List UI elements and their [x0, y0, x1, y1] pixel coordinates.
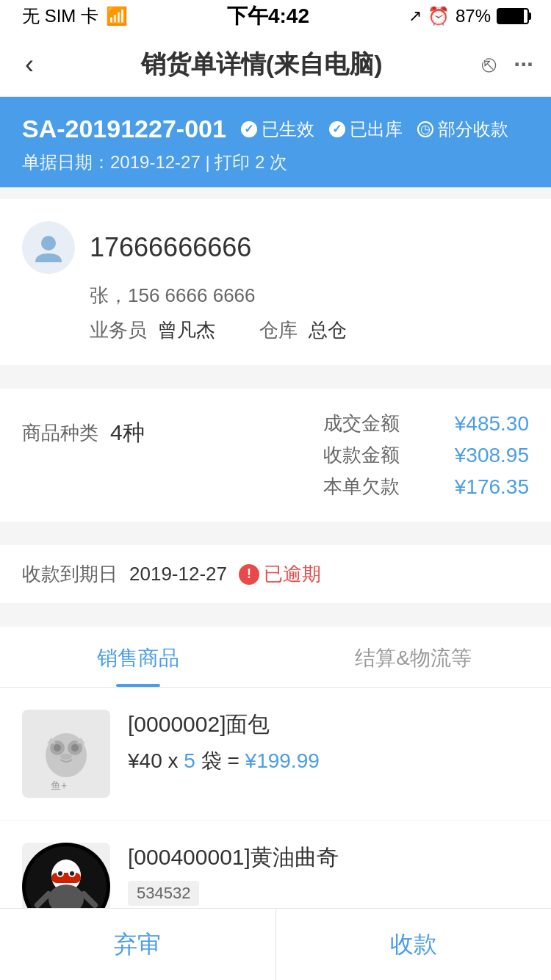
- warehouse-label: 仓库: [259, 319, 298, 341]
- alarm-icon: ⏰: [428, 6, 450, 26]
- separator2: [0, 377, 551, 389]
- amount-row-total: 成交金额 ¥485.30: [323, 411, 529, 436]
- svg-point-6: [71, 744, 79, 752]
- status-right: ↗ ⏰ 87%: [408, 6, 529, 26]
- salesperson-label: 业务员: [90, 319, 147, 341]
- more-button[interactable]: ···: [514, 51, 533, 78]
- category-info: 商品种类 4种: [22, 411, 145, 448]
- due-date-value: 2019-12-27: [129, 563, 227, 586]
- tab-sales-products[interactable]: 销售商品: [0, 627, 276, 687]
- overdue-icon: !: [239, 564, 259, 585]
- product-price-1: ¥40 x 5 袋 = ¥199.99: [128, 747, 529, 775]
- salesperson-value: 曾凡杰: [158, 319, 215, 341]
- product-qty-1: 5: [184, 749, 195, 772]
- svg-point-16: [58, 871, 62, 876]
- svg-rect-13: [51, 873, 81, 883]
- nav-icon: ↗: [408, 7, 422, 26]
- due-date-row: 收款到期日 2019-12-27 ! 已逾期: [0, 545, 551, 603]
- product-name-1: [0000002]面包: [128, 710, 529, 740]
- nav-right-actions: ⎋ ···: [482, 51, 533, 78]
- summary-card: 商品种类 4种 成交金额 ¥485.30 收款金额 ¥308.95 本单欠款 ¥…: [0, 389, 551, 522]
- svg-text:鱼+: 鱼+: [51, 779, 67, 791]
- wifi-icon: 📶: [106, 6, 128, 26]
- bottom-bar: 弃审 收款: [0, 908, 551, 980]
- overdue-badge: ! 已逾期: [239, 561, 321, 587]
- product-name-2: [000400001]黄油曲奇: [128, 843, 529, 873]
- badge-shipped: ✓ 已出库: [329, 118, 403, 141]
- category-value: 4种: [110, 418, 145, 448]
- order-id: SA-20191227-001: [22, 115, 226, 143]
- cancel-button[interactable]: 弃审: [0, 909, 276, 980]
- battery-text: 87%: [455, 6, 491, 26]
- badge-partial-payment: ◷ 部分收款: [417, 118, 508, 141]
- product-total-1: ¥199.99: [245, 749, 320, 772]
- amount-row-received: 收款金额 ¥308.95: [323, 442, 529, 468]
- amount-row-debt: 本单欠款 ¥176.35: [323, 474, 529, 500]
- amount-received: ¥308.95: [455, 444, 529, 467]
- status-bar: 无 SIM 卡 📶 下午4:42 ↗ ⏰ 87%: [0, 0, 551, 32]
- nav-bar: ‹ 销货单详情(来自电脑) ⎋ ···: [0, 32, 551, 97]
- due-date-label: 收款到期日: [22, 561, 118, 587]
- customer-meta: 业务员 曾凡杰 仓库 总仓: [22, 317, 529, 343]
- separator4: [0, 615, 551, 627]
- amount-total: ¥485.30: [455, 412, 529, 436]
- product-info-1: [0000002]面包 ¥40 x 5 袋 = ¥199.99: [128, 710, 529, 775]
- status-left: 无 SIM 卡 📶: [22, 4, 128, 28]
- status-time: 下午4:42: [227, 2, 309, 30]
- customer-phone: 17666666666: [90, 232, 251, 263]
- amount-info: 成交金额 ¥485.30 收款金额 ¥308.95 本单欠款 ¥176.35: [323, 411, 529, 500]
- customer-contact: 张，156 6666 6666: [22, 283, 529, 309]
- separator1: [0, 187, 551, 199]
- product-sku-2: 534532: [128, 881, 199, 906]
- battery-icon: [497, 8, 529, 24]
- amount-debt: ¥176.35: [455, 475, 529, 499]
- page-title: 销货单详情(来自电脑): [41, 48, 482, 82]
- svg-point-7: [60, 754, 72, 760]
- table-row: 鱼+ [0000002]面包 ¥40 x 5 袋 = ¥199.99: [0, 688, 551, 821]
- separator3: [0, 533, 551, 545]
- tab-settlement[interactable]: 结算&物流等: [276, 627, 551, 687]
- avatar: [22, 221, 75, 274]
- overdue-text: 已逾期: [264, 561, 321, 587]
- svg-point-17: [70, 871, 74, 876]
- back-button[interactable]: ‹: [18, 42, 41, 87]
- badge-effected: ✓ 已生效: [241, 118, 314, 141]
- warehouse-value: 总仓: [309, 319, 347, 341]
- customer-card: 17666666666 张，156 6666 6666 业务员 曾凡杰 仓库 总…: [0, 199, 551, 365]
- tabs: 销售商品 结算&物流等: [0, 627, 551, 688]
- category-label: 商品种类: [22, 420, 98, 446]
- svg-point-5: [54, 744, 61, 752]
- product-thumb-1: 鱼+: [22, 710, 110, 798]
- order-header-banner: SA-20191227-001 ✓ 已生效 ✓ 已出库 ◷ 部分收款 单据日期：…: [0, 97, 551, 187]
- confirm-button[interactable]: 收款: [276, 909, 552, 980]
- carrier-text: 无 SIM 卡: [22, 4, 98, 28]
- svg-point-0: [41, 236, 56, 251]
- doc-date: 单据日期：2019-12-27 | 打印 2 次: [22, 151, 529, 174]
- share-button[interactable]: ⎋: [482, 51, 496, 78]
